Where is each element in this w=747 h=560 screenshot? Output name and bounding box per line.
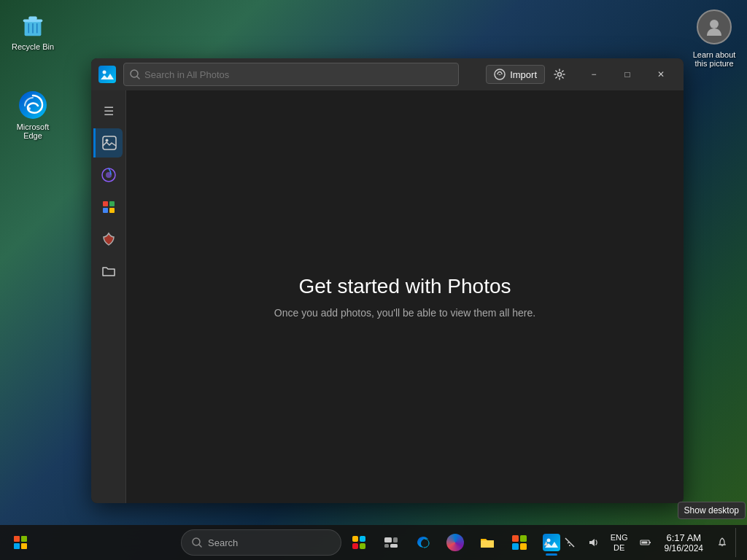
sidebar-pinned-button[interactable] <box>94 160 123 190</box>
svg-line-13 <box>137 77 139 79</box>
start-button[interactable] <box>6 528 35 557</box>
learn-about-icon[interactable]: Learn about this picture <box>685 4 743 71</box>
taskbar-search[interactable]: Search <box>181 529 341 556</box>
favorites-nav-icon <box>101 231 117 247</box>
svg-rect-27 <box>352 536 358 542</box>
clock[interactable]: 6:17 AM 9/16/2024 <box>659 528 709 557</box>
show-desktop-tooltip: Show desktop <box>678 502 746 519</box>
photos-app-logo <box>97 64 117 85</box>
edge-icon <box>414 534 432 551</box>
sidebar-photos-button[interactable] <box>93 128 123 158</box>
svg-rect-36 <box>512 535 519 542</box>
language-indicator[interactable]: ENG DE <box>606 528 632 557</box>
taskbar-center: Search <box>181 528 566 557</box>
ms-edge-label: Microsoft Edge <box>7 122 59 140</box>
search-icon <box>130 69 140 79</box>
sidebar: ☰ <box>91 90 126 503</box>
taskbar-search-label: Search <box>208 537 238 548</box>
battery-icon <box>640 537 651 548</box>
svg-rect-3 <box>28 17 36 20</box>
tray-volume[interactable] <box>583 528 603 557</box>
taskbar: Search <box>0 525 747 560</box>
folders-nav-icon <box>101 263 117 279</box>
tray-wifi-icon[interactable] <box>560 528 580 557</box>
svg-rect-35 <box>481 540 494 548</box>
svg-rect-32 <box>393 537 398 542</box>
svg-rect-21 <box>103 201 108 206</box>
svg-rect-45 <box>641 542 647 544</box>
titlebar-actions: Import − □ ✕ <box>486 63 678 86</box>
file-explorer-icon <box>479 534 496 551</box>
sidebar-folders-button[interactable] <box>94 257 123 286</box>
language-region: DE <box>614 542 624 553</box>
close-button[interactable]: ✕ <box>644 63 678 86</box>
sidebar-menu-button[interactable]: ☰ <box>94 96 123 125</box>
widgets-icon <box>351 534 367 551</box>
photos-nav-icon <box>101 135 117 151</box>
search-input[interactable] <box>144 69 452 80</box>
import-label: Import <box>510 69 537 80</box>
svg-rect-39 <box>520 543 527 550</box>
taskbar-copilot[interactable] <box>441 528 470 557</box>
import-button[interactable]: Import <box>486 65 545 84</box>
taskbar-search-icon <box>192 537 202 548</box>
svg-rect-33 <box>384 544 389 548</box>
task-view-icon <box>383 534 399 551</box>
svg-point-8 <box>28 107 31 110</box>
svg-line-26 <box>199 545 201 547</box>
svg-rect-30 <box>360 543 365 549</box>
taskbar-edge[interactable] <box>409 528 438 557</box>
store-icon <box>511 534 528 551</box>
taskbar-file-explorer[interactable] <box>473 528 502 557</box>
svg-rect-10 <box>98 66 116 83</box>
minimize-button[interactable]: − <box>577 63 611 86</box>
svg-rect-28 <box>360 536 365 542</box>
clock-date: 9/16/2024 <box>665 543 703 553</box>
notification-icon <box>716 537 728 548</box>
recycle-bin-icon[interactable]: Recycle Bin <box>4 7 62 54</box>
taskbar-store[interactable] <box>505 528 534 557</box>
system-tray: ▲ ENG DE <box>536 528 747 557</box>
main-content: Get started with Photos Once you add pho… <box>126 90 684 503</box>
settings-button[interactable] <box>548 63 571 86</box>
search-bar[interactable] <box>123 63 459 86</box>
svg-rect-31 <box>384 537 392 542</box>
svg-point-18 <box>105 139 108 142</box>
tray-battery[interactable] <box>635 528 656 557</box>
taskbar-widgets[interactable] <box>344 528 374 557</box>
svg-rect-17 <box>103 136 116 149</box>
svg-rect-37 <box>520 535 527 542</box>
clock-time: 6:17 AM <box>666 532 701 543</box>
icloud-nav-icon <box>101 199 117 215</box>
window-controls: − □ ✕ <box>577 63 678 86</box>
learn-about-label: Learn about this picture <box>693 50 736 68</box>
tray-show-hidden[interactable]: ▲ <box>536 528 557 557</box>
maximize-button[interactable]: □ <box>611 63 644 86</box>
windows-logo <box>14 536 27 549</box>
show-desktop-button[interactable] <box>735 528 741 557</box>
photos-window: Import − □ ✕ <box>91 58 684 503</box>
svg-rect-23 <box>103 208 108 213</box>
volume-icon <box>587 537 599 548</box>
sidebar-icloud-button[interactable] <box>94 192 123 222</box>
tray-notifications[interactable] <box>712 528 732 557</box>
main-subtitle: Once you add photos, you'll be able to v… <box>274 307 535 319</box>
title-bar: Import − □ ✕ <box>91 58 684 90</box>
svg-point-9 <box>710 20 719 28</box>
pinned-nav-icon <box>101 167 117 183</box>
svg-point-11 <box>103 71 107 74</box>
taskbar-task-view[interactable] <box>376 528 406 557</box>
svg-rect-22 <box>109 201 115 206</box>
language-code: ENG <box>611 532 628 542</box>
sidebar-favorites-button[interactable] <box>94 225 123 254</box>
main-title: Get started with Photos <box>298 275 511 298</box>
svg-rect-38 <box>512 543 519 550</box>
import-icon <box>494 69 506 80</box>
settings-icon <box>554 69 565 80</box>
wifi-icon <box>564 537 576 548</box>
microsoft-edge-desktop-icon[interactable]: Microsoft Edge <box>4 88 62 143</box>
desktop: Recycle Bin Microsoft Edge <box>0 0 747 560</box>
recycle-bin-label: Recycle Bin <box>12 42 54 51</box>
svg-rect-44 <box>649 542 651 543</box>
svg-point-16 <box>558 73 562 77</box>
